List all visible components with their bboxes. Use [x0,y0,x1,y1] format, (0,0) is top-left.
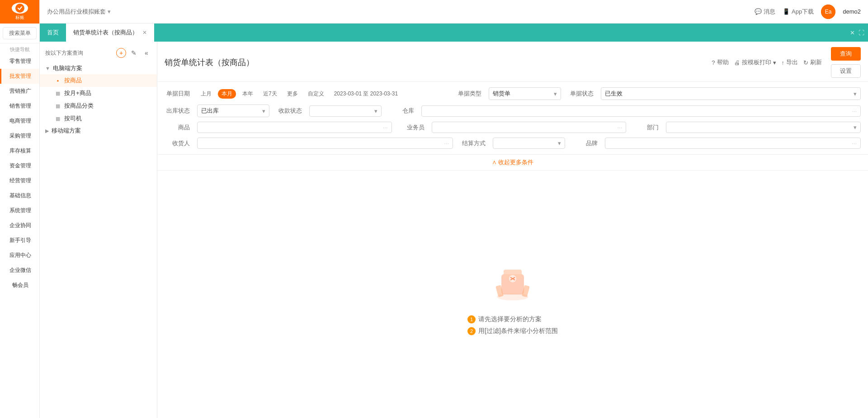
staff-input[interactable]: ··· [432,122,627,133]
brand-dots-icon: ··· [852,140,857,147]
tree-expand-icon: ▼ [45,66,50,71]
logo[interactable]: 标账 [0,0,39,24]
edit-scheme-button[interactable]: ✎ [129,48,139,58]
doc-type-select[interactable]: 销货单 ▾ [489,87,561,100]
page-title-bar: 销货单统计表（按商品） ? 帮助 🖨 按模板打印 ▾ ↑ 导出 [157,42,868,82]
doc-status-select[interactable]: 已生效 ▾ [601,87,861,100]
sidebar-item-basic[interactable]: 基础信息 [0,188,39,203]
filter-row-4: 收货人 ··· 结算方式 ▾ 品牌 ··· [165,138,861,149]
settings-button[interactable]: 设置 [831,64,861,78]
print-icon: 🖨 [734,59,740,66]
sidebar-search[interactable]: 搜索菜单 [0,24,39,43]
tree-child-icon-goods: ● [54,77,61,84]
top-header: 办公用品行业模拟账套 ▾ 💬 消息 📱 App下载 Ea demo2 [40,0,868,24]
payment-status-select[interactable]: ▾ [309,105,382,117]
doc-type-chevron-icon: ▾ [554,90,557,97]
brand-input[interactable]: ··· [605,138,861,149]
empty-icon [486,254,540,308]
tree-child-label-month: 按月+商品 [64,89,91,97]
doc-status-value: 已生效 [605,90,623,98]
filter-area: 单据日期 上月 本月 本年 近7天 更多 自定义 2023-03-01 至 20… [157,82,868,155]
tree-child-label-category: 按商品分类 [64,102,94,110]
date-filter: 上月 本月 本年 近7天 更多 自定义 2023-03-01 至 2023-03… [197,89,449,99]
right-panel: 销货单统计表（按商品） ? 帮助 🖨 按模板打印 ▾ ↑ 导出 [157,42,868,418]
export-icon: ↑ [782,59,785,66]
add-scheme-button[interactable]: + [116,48,126,58]
goods-label: 商品 [165,124,190,132]
help-button[interactable]: ? 帮助 [712,58,728,66]
refresh-button[interactable]: ↻ 刷新 [803,58,822,66]
tree-child-icon-category: ▦ [54,102,61,109]
tab-close-button[interactable]: ✕ [142,29,147,36]
download-icon: 📱 [783,8,790,15]
warehouse-value: 已出库 [201,107,219,115]
tree-child-label-goods: 按商品 [64,76,82,85]
sidebar-item-retail[interactable]: 零售管理 [0,54,39,69]
tree-child-by-goods[interactable]: ● 按商品 [40,74,157,87]
tree-parent-pc[interactable]: ▼ 电脑端方案 [40,62,157,74]
app-download-button[interactable]: 📱 App下载 [783,8,814,16]
date-btn-custom[interactable]: 自定义 [304,89,328,99]
goods-input[interactable]: ··· [197,122,392,133]
sidebar-item-system[interactable]: 系统管理 [0,203,39,218]
print-arrow-icon: ▾ [773,59,776,66]
left-panel: 按以下方案查询 + ✎ « ▼ 电脑端方案 ● 按商品 ▦ 按月 [40,42,157,418]
date-btn-current-year[interactable]: 本年 [239,89,257,99]
empty-hint-num-2: 2 [467,327,476,335]
receiver-label: 收货人 [165,139,190,147]
date-btn-7days[interactable]: 近7天 [259,89,281,99]
brand-label: 品牌 [572,139,598,147]
close-tab-button[interactable]: ✕ [850,29,855,36]
doc-type-label: 单据类型 [456,90,481,98]
tree-parent-mobile[interactable]: ▶ 移动端方案 [40,125,157,137]
payment-method-select[interactable]: ▾ [493,138,565,149]
page-title-actions: ? 帮助 🖨 按模板打印 ▾ ↑ 导出 ↻ 刷新 [712,47,861,78]
empty-text: 1 请先选择要分析的方案 2 用[过滤]条件来缩小分析范围 [467,315,558,335]
export-button[interactable]: ↑ 导出 [782,58,798,66]
print-button[interactable]: 🖨 按模板打印 ▾ [734,58,776,66]
tree-child-by-category[interactable]: ▦ 按商品分类 [40,100,157,112]
date-range-text: 2023-03-01 至 2023-03-31 [334,90,398,98]
tree-child-by-cashier[interactable]: ▦ 按司机 [40,112,157,125]
sidebar-item-guide[interactable]: 新手引导 [0,233,39,248]
sidebar-item-wechat[interactable]: 企业微信 [0,263,39,278]
date-btn-current-month[interactable]: 本月 [218,89,236,99]
payment-status-label: 收款状态 [277,107,302,115]
doc-type-value: 销货单 [493,90,510,98]
dept-select[interactable]: ▾ [666,122,861,133]
collapse-panel-button[interactable]: « [142,48,151,58]
goods-dots-icon: ··· [383,124,388,131]
tab-home-label: 首页 [47,28,59,37]
tree-child-icon-cashier: ▦ [54,115,61,122]
collapse-bar[interactable]: ∧ 收起更多条件 [157,155,868,171]
tree-child-by-month-goods[interactable]: ▦ 按月+商品 [40,87,157,100]
user-avatar[interactable]: Ea [821,5,835,19]
date-btn-last-month[interactable]: 上月 [197,89,215,99]
sidebar-item-appstore[interactable]: 应用中心 [0,248,39,263]
tab-home[interactable]: 首页 [40,24,66,42]
sidebar-item-inventory[interactable]: 库存核算 [0,143,39,158]
tab-report[interactable]: 销货单统计表（按商品） ✕ [66,24,154,42]
collapse-label: ∧ 收起更多条件 [492,159,534,166]
app-name-chevron[interactable]: ▾ [108,8,111,15]
sidebar-item-purchase[interactable]: 采购管理 [0,128,39,143]
sidebar-item-ecommerce[interactable]: 电商管理 [0,114,39,128]
maximize-button[interactable]: ⛶ [859,29,864,36]
sidebar-item-enterprise[interactable]: 企业协同 [0,218,39,233]
warehouse-select[interactable]: 已出库 ▾ [197,104,269,117]
sidebar-item-operation[interactable]: 经营管理 [0,173,39,188]
filter-row-2: 出库状态 已出库 ▾ 收款状态 ▾ 仓库 ··· [165,104,861,117]
warehouse2-input[interactable]: ··· [421,105,861,117]
search-menu-button[interactable]: 搜索菜单 [3,27,37,39]
query-button[interactable]: 查询 [831,47,861,61]
app-name-text: 办公用品行业模拟账套 [47,8,106,16]
sidebar-item-member[interactable]: 畅会员 [0,278,39,293]
date-btn-more[interactable]: 更多 [283,89,302,99]
sidebar-item-wholesale[interactable]: 批发管理 [0,69,39,84]
empty-hint-text-1: 请先选择要分析的方案 [478,315,542,323]
sidebar-item-sales[interactable]: 销售管理 [0,99,39,114]
sidebar-item-finance[interactable]: 资金管理 [0,158,39,173]
receiver-input[interactable]: ··· [197,138,453,149]
message-button[interactable]: 💬 消息 [755,8,775,16]
sidebar-item-marketing[interactable]: 营销推广 [0,84,39,99]
